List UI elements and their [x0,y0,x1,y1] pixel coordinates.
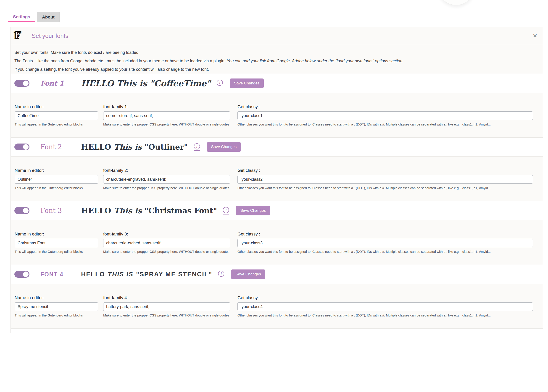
font2-name-input[interactable] [15,175,98,184]
font2-preview-hello: HELLO [81,143,111,152]
font2-toggle[interactable] [14,144,29,150]
font4-preview-mid: THIS IS [108,271,133,278]
font1-info-icon[interactable]: i [217,80,223,87]
font4-family-help: Make sure to enter the propper CSS prope… [103,313,230,318]
panel-footer [11,328,543,333]
font1-toggle[interactable] [14,80,29,87]
font4-name-label: Name in editor: [15,295,98,300]
font1-preview-mid: This is [116,78,147,88]
description-line-2: The Fonts - like the ones from Googe, Ad… [14,58,537,64]
font3-classy-label: Get classy : [237,231,533,237]
font2-name-label: Name in editor: [15,168,98,173]
info-icon-glyph: i [217,80,223,86]
font1-header-row: Font 1 HELLOThis is"CoffeeTime" i Save C… [11,74,543,93]
font2-save-button[interactable]: Save Changes [207,142,241,152]
font2-info-icon[interactable]: i [194,143,200,151]
font2-label: Font 2 [40,143,75,151]
font1-preview: HELLOThis is"CoffeeTime" [81,78,214,88]
font3-classy-help: Other classes you want this font to be a… [237,249,533,254]
font1-classy-input[interactable] [237,111,533,120]
font3-family-label: font-family 3: [103,231,230,237]
font4-label: FONT 4 [40,271,75,278]
font1-family-label: font-family 1: [103,104,230,109]
font4-info-icon[interactable]: i [218,271,224,278]
font3-info-icon[interactable]: i [223,207,229,215]
font4-toggle-knob [23,272,28,277]
font3-fields: Name in editor: This will appear in the … [11,220,543,265]
font3-preview: HELLOThis is"Christmas Font" [81,206,220,215]
font3-save-button[interactable]: Save Changes [236,206,270,215]
panel-header: F Set your fonts ✕ [11,27,543,45]
font4-family-input[interactable] [103,302,230,311]
font4-preview: HELLOTHIS IS"SPRAY ME STENCIL" [81,271,215,278]
font1-family-help: Make sure to enter the propper CSS prope… [103,122,230,127]
font3-header-row: Font 3 HELLOThis is"Christmas Font" i Sa… [11,201,543,220]
font2-preview-mid: This is [114,143,142,152]
font4-name-input[interactable] [15,302,98,311]
close-icon[interactable]: ✕ [533,33,537,39]
font3-toggle-knob [23,208,28,213]
font1-classy-help: Other classes you want this font to be a… [237,122,533,127]
font1-save-button[interactable]: Save Changes [230,78,264,88]
font1-toggle-knob [23,81,28,86]
font1-name-label: Name in editor: [15,104,98,109]
font4-header-row: FONT 4 HELLOTHIS IS"SPRAY ME STENCIL" i … [11,265,543,284]
font3-name-label: Name in editor: [15,231,98,237]
font1-family-input[interactable] [103,111,230,120]
font1-name-help: This will appear in the Gutenberg editor… [15,122,98,127]
font1-preview-hello: HELLO [81,78,114,88]
font4-preview-hello: HELLO [81,271,105,278]
page-title: Set your fonts [32,32,68,40]
font3-label: Font 3 [40,207,75,215]
font1-preview-name: "CoffeeTime" [150,78,211,88]
font3-name-help: This will appear in the Gutenberg editor… [15,249,98,254]
font2-toggle-knob [23,144,28,150]
font4-name-help: This will appear in the Gutenberg editor… [15,313,98,318]
font3-preview-hello: HELLO [81,206,111,215]
font2-header-row: Font 2 HELLOThis is"Outliner" i Save Cha… [11,137,543,156]
font2-name-help: This will appear in the Gutenberg editor… [15,186,98,191]
description-line-1: Set your own fonts. Make sure the fonts … [14,49,537,56]
font3-toggle[interactable] [14,207,29,214]
font3-preview-name: "Christmas Font" [144,206,217,215]
font3-preview-mid: This is [114,206,142,215]
tab-bar: Settings About [0,12,548,22]
set-your-fonts-panel: F Set your fonts ✕ Set your own fonts. M… [10,27,543,333]
font1-name-input[interactable] [15,111,98,120]
font2-family-help: Make sure to enter the propper CSS prope… [103,186,230,191]
font2-preview: HELLOThis is"Outliner" [81,143,191,152]
font4-classy-label: Get classy : [237,295,533,300]
font3-classy-input[interactable] [237,239,533,247]
font1-label: Font 1 [40,79,75,87]
font2-family-label: font-family 2: [103,168,230,173]
font2-fields: Name in editor: This will appear in the … [11,156,543,201]
tab-about[interactable]: About [37,12,60,22]
font2-classy-input[interactable] [237,175,533,184]
page: Settings About F Set your fonts ✕ Set yo… [0,0,548,392]
font3-name-input[interactable] [15,239,98,247]
font4-save-button[interactable]: Save Changes [231,269,265,279]
info-icon-glyph: i [194,143,200,149]
description-block: Set your own fonts. Make sure the fonts … [11,45,543,74]
tab-settings[interactable]: Settings [8,12,35,22]
info-icon-glyph: i [223,207,229,213]
font2-classy-help: Other classes you want this font to be a… [237,186,533,191]
font4-fields: Name in editor: This will appear in the … [11,284,543,328]
font4-classy-help: Other classes you want this font to be a… [237,313,533,318]
font2-family-input[interactable] [103,175,230,184]
font3-family-input[interactable] [103,239,230,247]
font3-family-help: Make sure to enter the propper CSS prope… [103,249,230,254]
font4-classy-input[interactable] [237,302,533,311]
font2-preview-name: "Outliner" [144,143,188,152]
font1-fields: Name in editor: This will appear in the … [11,93,543,137]
font1-classy-label: Get classy : [237,104,533,109]
description-line-2-normal: The Fonts - like the ones from Googe, Ad… [14,59,227,63]
font4-toggle[interactable] [14,271,29,278]
font4-family-label: font-family 4: [103,295,230,300]
plugin-logo-icon: F [14,31,21,40]
info-icon-glyph: i [218,271,224,277]
font4-preview-name: "SPRAY ME STENCIL" [136,271,212,278]
description-line-2-italic: You can add your link from Google, Adobe… [227,59,404,63]
decorative-circle [438,0,475,5]
description-line-3: If you change a setting, the font you've… [14,66,537,72]
